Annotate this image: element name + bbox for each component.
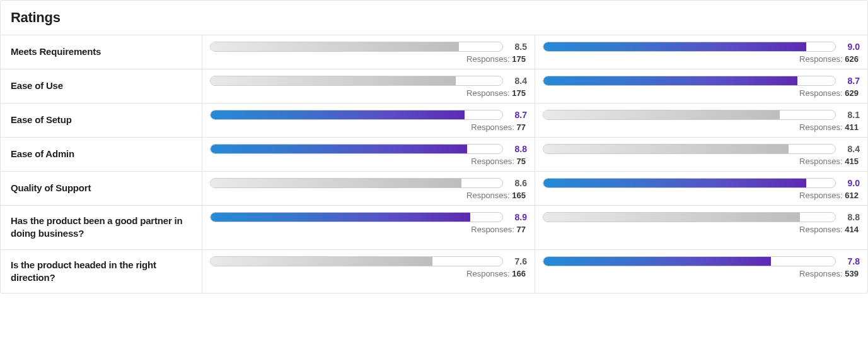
- bar-cell: 8.7Responses: 629: [535, 69, 867, 103]
- rating-row: Has the product been a good partner in d…: [1, 206, 867, 250]
- bar-fill: [211, 76, 456, 85]
- ratings-panel: Ratings Meets Requirements8.5Responses: …: [0, 0, 868, 294]
- bar-row: 8.4: [543, 144, 860, 154]
- bar-cell: 8.5Responses: 175: [202, 35, 535, 69]
- rating-label: Meets Requirements: [1, 35, 202, 69]
- bar-cell: 7.8Responses: 539: [535, 250, 867, 294]
- score-value: 8.8: [842, 212, 860, 222]
- score-value: 8.7: [842, 76, 860, 86]
- bar-fill: [211, 145, 467, 153]
- bar-cell: 8.6Responses: 165: [202, 172, 535, 205]
- bar-cell: 9.0Responses: 626: [535, 35, 867, 69]
- rating-label: Ease of Admin: [1, 138, 202, 171]
- rating-label: Is the product headed in the right direc…: [1, 250, 202, 294]
- rating-row: Is the product headed in the right direc…: [1, 250, 867, 294]
- bar-fill: [543, 42, 806, 51]
- bar-cell: 9.0Responses: 612: [535, 172, 867, 205]
- bar-row: 8.8: [210, 144, 527, 154]
- bar-track: [210, 76, 503, 86]
- bar-fill: [543, 213, 800, 222]
- bar-fill: [543, 110, 780, 119]
- score-value: 8.1: [842, 110, 860, 120]
- rating-row: Ease of Admin8.8Responses: 758.4Response…: [1, 138, 867, 172]
- responses-count: Responses: 77: [210, 225, 527, 234]
- score-value: 8.7: [509, 110, 527, 120]
- bar-track: [543, 256, 836, 266]
- score-value: 8.5: [509, 42, 527, 52]
- bar-track: [210, 212, 503, 222]
- bar-track: [543, 178, 836, 188]
- rating-label: Ease of Use: [1, 69, 202, 103]
- bar-cell: 8.1Responses: 411: [535, 104, 867, 137]
- responses-count: Responses: 175: [210, 54, 527, 64]
- bar-cell: 8.4Responses: 415: [535, 138, 867, 171]
- bar-row: 8.9: [210, 212, 527, 222]
- responses-count: Responses: 165: [210, 191, 527, 200]
- bar-track: [210, 178, 503, 188]
- bar-track: [543, 110, 836, 120]
- bar-row: 8.4: [210, 76, 527, 86]
- bar-track: [210, 42, 503, 52]
- bar-fill: [211, 179, 461, 187]
- bar-row: 7.6: [210, 256, 527, 266]
- bar-track: [543, 144, 836, 154]
- responses-count: Responses: 629: [543, 88, 860, 98]
- rating-row: Ease of Use8.4Responses: 1758.7Responses…: [1, 69, 867, 104]
- responses-count: Responses: 175: [210, 88, 527, 98]
- score-value: 8.9: [509, 212, 527, 222]
- bar-track: [210, 110, 503, 120]
- ratings-rows: Meets Requirements8.5Responses: 1759.0Re…: [1, 35, 867, 293]
- bar-row: 8.7: [210, 110, 527, 120]
- bar-track: [210, 144, 503, 154]
- bar-fill: [211, 110, 465, 119]
- score-value: 7.6: [509, 256, 527, 266]
- responses-count: Responses: 166: [210, 269, 527, 278]
- score-value: 9.0: [842, 178, 860, 188]
- responses-count: Responses: 539: [543, 269, 860, 278]
- bar-track: [543, 42, 836, 52]
- bar-row: 8.1: [543, 110, 860, 120]
- rating-row: Ease of Setup8.7Responses: 778.1Response…: [1, 104, 867, 138]
- rating-label: Ease of Setup: [1, 104, 202, 137]
- bar-track: [543, 76, 836, 86]
- bar-fill: [543, 179, 806, 187]
- bar-cell: 8.8Responses: 414: [535, 206, 867, 249]
- bar-row: 8.8: [543, 212, 860, 222]
- rating-label: Has the product been a good partner in d…: [1, 206, 202, 249]
- bar-row: 9.0: [543, 42, 860, 52]
- responses-count: Responses: 77: [210, 122, 527, 132]
- bar-cell: 8.7Responses: 77: [202, 104, 535, 137]
- bar-fill: [211, 257, 432, 266]
- bar-row: 7.8: [543, 256, 860, 266]
- rating-label: Quality of Support: [1, 172, 202, 205]
- responses-count: Responses: 75: [210, 157, 527, 166]
- responses-count: Responses: 626: [543, 54, 860, 64]
- bar-cell: 8.4Responses: 175: [202, 69, 535, 103]
- rating-row: Meets Requirements8.5Responses: 1759.0Re…: [1, 35, 867, 69]
- bar-track: [210, 256, 503, 266]
- score-value: 8.4: [842, 144, 860, 154]
- bar-row: 9.0: [543, 178, 860, 188]
- score-value: 8.6: [509, 178, 527, 188]
- panel-title: Ratings: [1, 1, 867, 35]
- responses-count: Responses: 411: [543, 122, 860, 132]
- bar-cell: 8.8Responses: 75: [202, 138, 535, 171]
- bar-row: 8.5: [210, 42, 527, 52]
- score-value: 8.8: [509, 144, 527, 154]
- score-value: 7.8: [842, 256, 860, 266]
- bar-row: 8.7: [543, 76, 860, 86]
- bar-fill: [211, 213, 470, 222]
- responses-count: Responses: 415: [543, 157, 860, 166]
- score-value: 8.4: [509, 76, 527, 86]
- bar-cell: 7.6Responses: 166: [202, 250, 535, 294]
- bar-track: [543, 212, 836, 222]
- bar-fill: [543, 76, 797, 85]
- bar-cell: 8.9Responses: 77: [202, 206, 535, 249]
- responses-count: Responses: 414: [543, 225, 860, 234]
- bar-row: 8.6: [210, 178, 527, 188]
- responses-count: Responses: 612: [543, 191, 860, 200]
- bar-fill: [543, 257, 771, 266]
- bar-fill: [211, 42, 459, 51]
- score-value: 9.0: [842, 42, 860, 52]
- bar-fill: [543, 145, 789, 153]
